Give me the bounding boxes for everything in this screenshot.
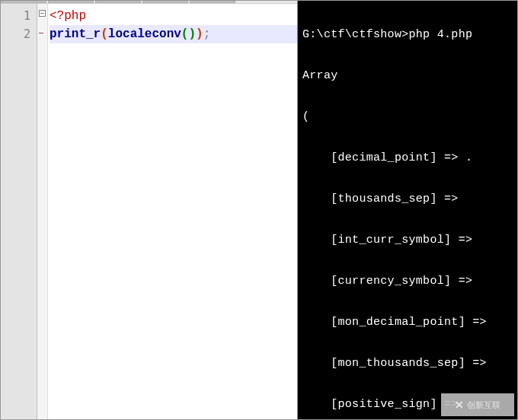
editor-pane: 1 2 <?php print_r(localeconv()); <box>1 1 298 419</box>
line-number: 2 <box>1 25 30 43</box>
tab-stub[interactable] <box>1 1 46 3</box>
watermark-text: 创新互联 <box>467 399 500 411</box>
term-prompt-line: G:\ctf\ctfshow>php 4.php <box>302 28 513 42</box>
func-print-r: print_r <box>50 27 101 41</box>
line-number-gutter: 1 2 <box>1 4 37 419</box>
tab-stub[interactable] <box>95 1 141 3</box>
php-open-tag: <?php <box>50 9 86 23</box>
watermark-badge: ✕ 创新互联 <box>441 393 514 416</box>
term-output: [int_curr_symbol] => <box>302 234 513 247</box>
term-output: [currency_symbol] => <box>302 275 513 288</box>
tab-stub[interactable] <box>190 1 235 3</box>
term-output: [mon_decimal_point] => <box>302 316 513 329</box>
term-output: [mon_thousands_sep] => <box>302 357 513 371</box>
editor-body: 1 2 <?php print_r(localeconv()); <box>1 4 297 419</box>
code-line-2: print_r(localeconv()); <box>50 25 297 43</box>
code-area[interactable]: <?php print_r(localeconv()); <box>48 4 297 419</box>
fold-guide-icon <box>39 27 46 38</box>
term-output: Array <box>302 69 513 83</box>
fold-column <box>37 4 48 419</box>
line-number: 1 <box>1 7 30 25</box>
func-localeconv: localeconv <box>108 27 181 41</box>
paren-open: ( <box>101 27 108 41</box>
terminal-pane[interactable]: G:\ctf\ctfshow>php 4.php Array ( [decima… <box>298 1 517 419</box>
tab-stub[interactable] <box>142 1 188 3</box>
code-line-1: <?php <box>50 7 297 25</box>
term-output: ( <box>302 110 513 124</box>
term-output: [thousands_sep] => <box>302 192 513 206</box>
paren-close: ) <box>196 27 203 41</box>
paren-inner: () <box>181 27 196 41</box>
watermark-logo-icon: ✕ <box>455 399 464 411</box>
tab-stub[interactable] <box>48 1 94 3</box>
semicolon: ; <box>203 27 211 41</box>
term-output: [decimal_point] => . <box>302 151 513 165</box>
fold-minus-icon[interactable] <box>39 10 46 17</box>
